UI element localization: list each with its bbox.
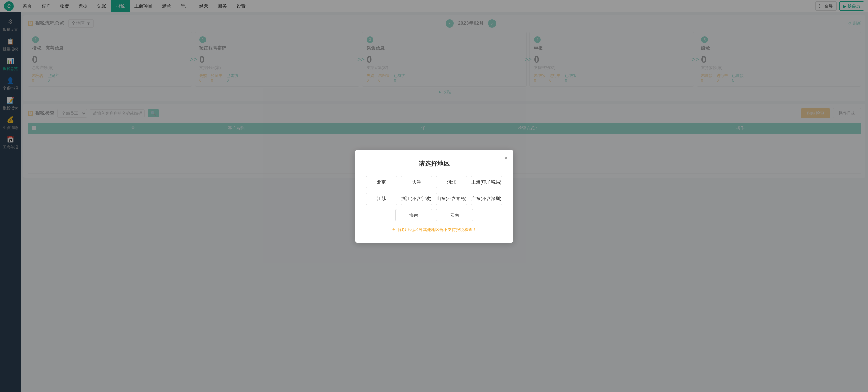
region-button-上海(电子税局)[interactable]: 上海(电子税局) <box>471 176 502 188</box>
region-grid-row1: 北京天津河北上海(电子税局) <box>366 176 502 188</box>
modal-warning: ⚠ 除以上地区外其他地区暂不支持报税检查！ <box>366 227 502 233</box>
warning-icon: ⚠ <box>391 227 396 233</box>
modal-overlay: × 请选择地区 北京天津河北上海(电子税局) 江苏浙江(不含宁波)山东(不含青岛… <box>0 0 868 392</box>
region-button-北京[interactable]: 北京 <box>366 176 398 188</box>
region-button-浙江(不含宁波)[interactable]: 浙江(不含宁波) <box>401 193 432 205</box>
region-button-天津[interactable]: 天津 <box>401 176 432 188</box>
region-button-江苏[interactable]: 江苏 <box>366 193 398 205</box>
modal-close-button[interactable]: × <box>504 155 508 162</box>
region-select-modal: × 请选择地区 北京天津河北上海(电子税局) 江苏浙江(不含宁波)山东(不含青岛… <box>355 150 513 243</box>
region-button-云南[interactable]: 云南 <box>436 209 473 221</box>
region-row3: 海南云南 <box>366 209 502 221</box>
region-button-海南[interactable]: 海南 <box>395 209 432 221</box>
region-button-广东(不含深圳)[interactable]: 广东(不含深圳) <box>471 193 502 205</box>
region-grid-row2: 江苏浙江(不含宁波)山东(不含青岛)广东(不含深圳) <box>366 193 502 205</box>
modal-title: 请选择地区 <box>366 159 502 168</box>
region-button-山东(不含青岛)[interactable]: 山东(不含青岛) <box>436 193 468 205</box>
region-button-河北[interactable]: 河北 <box>436 176 468 188</box>
